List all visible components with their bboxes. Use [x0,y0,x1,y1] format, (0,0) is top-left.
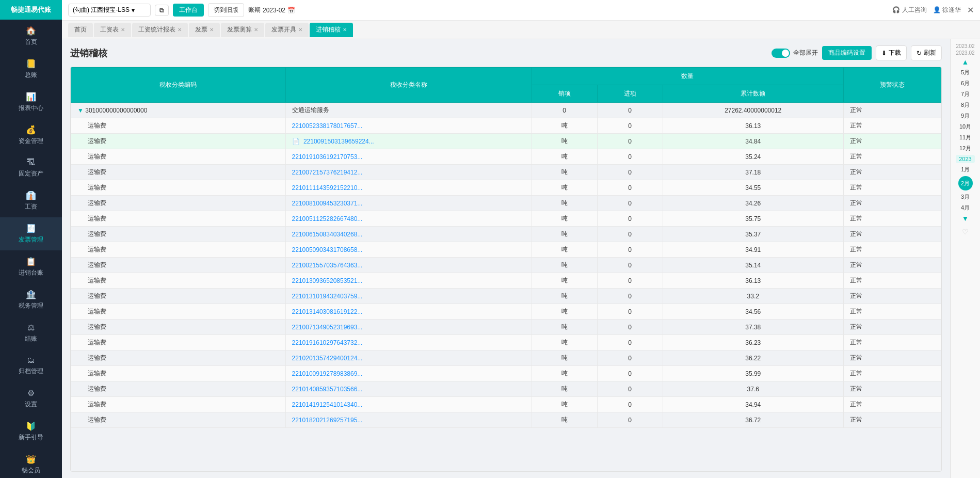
refresh-button[interactable]: ↻ 刷新 [911,45,942,60]
tab-invoice-close[interactable]: ✕ [210,27,214,33]
row-cumulative: 35.24 [663,149,843,165]
sidebar-item-invoice[interactable]: 🧾 发票管理 [0,217,62,250]
tab-home-label: 首页 [74,25,87,34]
row-invoice-code: 2210051125282667480... [285,211,532,227]
row-status: 正常 [843,304,941,320]
copy-button[interactable]: ⧉ [155,5,169,16]
sidebar-item-member[interactable]: 👑 畅会员 [0,448,62,478]
table-row: 运输费 2210140859357103566... 吨 0 37.6 正常 [71,381,941,397]
sidebar-item-funds[interactable]: 💰 资金管理 [0,119,62,152]
tab-invoice-open[interactable]: 发票开具 ✕ [265,23,309,37]
tab-invoice-open-close[interactable]: ✕ [298,27,302,33]
sidebar-item-payroll[interactable]: 👔 工资 [0,184,62,217]
close-button[interactable]: ✕ [967,5,974,15]
row-status: 正常 [843,165,941,180]
row-unit: 吨 [532,381,597,397]
company-selector[interactable]: (勾曲) 江西报宝-LSS ▾ [68,4,151,17]
cal-month-10[interactable]: 10月 [951,121,980,132]
page-title: 进销稽核 [70,47,107,59]
tab-invoice-calc[interactable]: 发票测算 ✕ [221,23,264,37]
tab-invoice-calc-close[interactable]: ✕ [254,27,258,33]
workstation-button[interactable]: 工作台 [173,4,204,17]
row-cumulative: 37.6 [663,381,843,397]
sidebar-item-archive[interactable]: 🗂 归档管理 [0,349,62,382]
switch-version-button[interactable]: 切到旧版 [208,3,244,17]
table-row: 运输费 2210111143592152210... 吨 0 34.55 正常 [71,180,941,196]
archive-icon: 🗂 [27,356,35,365]
row-purchase: 0 [597,258,663,273]
topbar-right: 🎧 人工咨询 👤 徐逢华 ✕ [892,5,974,15]
toggle-track[interactable] [772,49,790,58]
tab-sales-verify[interactable]: 进销稽核 ✕ [310,23,353,37]
row-code: 运输费 [71,381,286,397]
sidebar-item-settings[interactable]: ⚙ 设置 [0,382,62,415]
sidebar-label-home: 首页 [25,38,37,46]
cal-month-4[interactable]: 4月 [951,202,980,213]
cal-month-5[interactable]: 5月 [951,67,980,78]
cal-month-3[interactable]: 3月 [951,192,980,202]
tab-sales-verify-close[interactable]: ✕ [343,27,347,33]
cal-scroll-down[interactable]: ▼ [961,213,970,224]
tab-payslip[interactable]: 工资表 ✕ [94,23,131,37]
cal-year-1: 2023.02 [956,43,974,49]
sidebar-item-guide[interactable]: 🔰 新手引导 [0,415,62,448]
calendar-icon[interactable]: 📅 [287,7,295,14]
sidebar-item-tax[interactable]: 🏦 税务管理 [0,283,62,316]
cal-scroll-up[interactable]: ▲ [961,57,970,67]
row-code: 运输费 [71,196,286,211]
tab-home[interactable]: 首页 [68,23,93,37]
cal-month-12[interactable]: 12月 [951,143,980,154]
support-link[interactable]: 🎧 人工咨询 [892,6,926,14]
tab-payroll-stats[interactable]: 工资统计报表 ✕ [132,23,188,37]
cal-month-11[interactable]: 11月 [951,132,980,143]
home-icon: 🏠 [26,26,36,36]
sidebar-item-ledger[interactable]: 📒 总账 [0,53,62,86]
file-icon: 📄 [292,138,300,145]
user-avatar[interactable]: 👤 徐逢华 [933,6,961,14]
cal-month-7[interactable]: 7月 [951,89,980,100]
headphone-icon: 🎧 [892,6,900,13]
th-sales: 销项 [532,85,597,103]
download-button[interactable]: ⬇ 下载 [876,45,907,60]
user-name: 徐逢华 [942,6,961,13]
sidebar-item-home[interactable]: 🏠 首页 [0,20,62,53]
sales-verify-table: 税收分类编码 税收分类名称 数量 预警状态 销项 进项 累计数额 [71,67,941,428]
cal-month-2-active[interactable]: 2月 [958,176,973,190]
row-status: 正常 [843,149,941,165]
row-purchase: 0 [597,165,663,180]
cal-year-2023[interactable]: 2023 [956,155,974,163]
sidebar-item-reports[interactable]: 📊 报表中心 [0,86,62,119]
cal-month-9[interactable]: 9月 [951,110,980,121]
expand-toggle[interactable]: 全部展开 [772,49,818,58]
table-row: 运输费 2210182021269257195... 吨 0 36.72 正常 [71,412,941,428]
row-purchase: 0 [597,149,663,165]
row-status: 正常 [843,397,941,412]
tab-payslip-close[interactable]: ✕ [121,27,125,33]
row-cumulative: 36.13 [663,273,843,289]
heart-icon: ♡ [962,228,969,236]
table-row: 运输费 2210050903431708658... 吨 0 34.91 正常 [71,242,941,258]
cal-month-6[interactable]: 6月 [951,78,980,89]
tab-payslip-label: 工资表 [100,25,119,34]
row-code: 运输费 [71,304,286,320]
cal-month-8[interactable]: 8月 [951,100,980,110]
row-expand-icon[interactable]: ▼ [77,107,84,114]
row-status: 正常 [843,196,941,211]
row-status: 正常 [843,366,941,381]
product-code-button[interactable]: 商品编码设置 [822,46,872,60]
sidebar-label-reports: 报表中心 [19,104,43,113]
period-value: 2023-02 [263,7,285,14]
cal-month-1[interactable]: 1月 [951,164,980,175]
tab-invoice[interactable]: 发票 ✕ [189,23,220,37]
row-unit: 吨 [532,350,597,366]
row-purchase: 0 [597,381,663,397]
period-label: 账期 [248,6,261,14]
tab-payroll-stats-close[interactable]: ✕ [178,27,182,33]
row-cumulative: 36.13 [663,118,843,134]
sidebar-item-sales-ledger[interactable]: 📋 进销台账 [0,250,62,283]
sidebar-item-settle[interactable]: ⚖ 结账 [0,316,62,349]
sidebar-item-assets[interactable]: 🏗 固定资产 [0,152,62,184]
app-logo: 畅捷通易代账 [0,0,62,20]
toggle-label: 全部展开 [793,49,818,57]
row-unit: 吨 [532,227,597,242]
